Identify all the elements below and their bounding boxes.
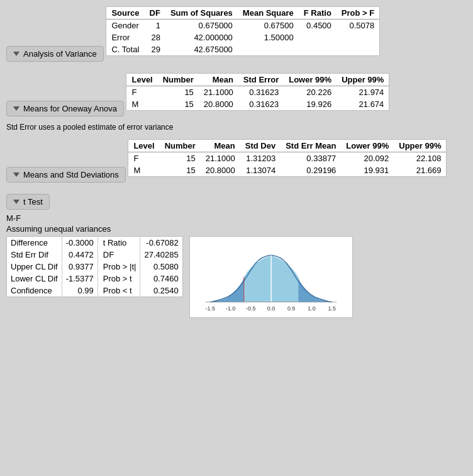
table-cell: 0.675000: [165, 20, 238, 32]
ttest-section: t Test M-F Assuming unequal variances Di…: [6, 194, 467, 318]
table-cell: 0.4500: [299, 20, 337, 32]
table-cell: 1.13074: [240, 164, 281, 176]
ttest-header[interactable]: t Test: [6, 194, 50, 210]
table-cell: Prob > t: [97, 273, 140, 285]
table-cell: Difference: [7, 237, 62, 249]
table-cell: 0.31623: [238, 86, 284, 99]
table-cell: DF: [97, 249, 140, 261]
table-row: M1520.80001.130740.2919619.93121.669: [128, 164, 446, 176]
col-stddev: Std Dev: [240, 140, 281, 152]
ttest-container: Difference-0.3000t Ratio-0.67082Std Err …: [6, 236, 467, 318]
table-cell: [238, 43, 299, 55]
table-cell: 21.674: [337, 98, 389, 110]
distribution-chart: -1.5 -1.0 -0.5 0.0 0.5 1.0 1.5: [189, 236, 353, 318]
means-oneway-section: Means for Oneway Anova Level Number Mean…: [6, 73, 467, 132]
table-cell: 1: [145, 20, 165, 32]
svg-text:-0.5: -0.5: [246, 305, 255, 312]
table-cell: 1.31203: [240, 152, 281, 165]
means-oneway-note: Std Error uses a pooled estimate of erro…: [6, 123, 467, 132]
table-cell: 21.1000: [201, 152, 240, 165]
table-cell: 21.974: [337, 86, 389, 99]
table-row: Std Err Dif0.4472DF27.40285: [7, 249, 182, 261]
means-std-header[interactable]: Means and Std Deviations: [6, 167, 126, 183]
table-cell: 20.226: [284, 86, 337, 99]
anova-col-prob: Prob > F: [337, 7, 379, 20]
anova-header[interactable]: Analysis of Variance: [6, 46, 104, 62]
table-row: Gender10.6750000.675000.45000.5078: [106, 20, 379, 32]
table-cell: 0.7460: [140, 273, 182, 285]
means-std-table: Level Number Mean Std Dev Std Err Mean L…: [128, 140, 446, 176]
table-row: F1521.10000.3162320.22621.974: [126, 86, 389, 99]
anova-col-ms: Mean Square: [238, 7, 299, 20]
anova-triangle-icon: [13, 52, 19, 56]
table-cell: F: [126, 86, 157, 99]
means-oneway-title: Means for Oneway Anova: [23, 104, 117, 113]
table-cell: 29: [145, 43, 165, 55]
svg-text:1.5: 1.5: [328, 305, 335, 312]
table-cell: 0.5078: [337, 20, 379, 32]
means-oneway-table-wrapper: Level Number Mean Std Error Lower 99% Up…: [126, 73, 389, 111]
svg-text:0.5: 0.5: [287, 305, 295, 312]
table-cell: 0.2540: [140, 285, 182, 297]
svg-text:0.0: 0.0: [267, 305, 274, 312]
means-oneway-table: Level Number Mean Std Error Lower 99% Up…: [126, 74, 389, 110]
table-cell: [299, 43, 337, 55]
table-cell: Upper CL Dif: [7, 261, 62, 273]
col-mean2: Mean: [201, 140, 240, 152]
table-cell: 15: [158, 86, 199, 99]
table-cell: 19.926: [284, 98, 337, 110]
col-level: Level: [126, 74, 157, 86]
table-cell: 28: [145, 31, 165, 43]
table-cell: 0.4472: [62, 249, 97, 261]
col-lower99: Lower 99%: [284, 74, 337, 86]
means-oneway-header[interactable]: Means for Oneway Anova: [6, 101, 124, 116]
col-lower99-2: Lower 99%: [341, 140, 394, 152]
anova-col-source: Source: [106, 7, 144, 20]
means-std-triangle-icon: [13, 173, 19, 177]
table-row: M1520.80000.3162319.92621.674: [126, 98, 389, 110]
table-cell: 0.67500: [238, 20, 299, 32]
table-cell: 19.931: [341, 164, 394, 176]
table-cell: Lower CL Dif: [7, 273, 62, 285]
col-upper99: Upper 99%: [337, 74, 389, 86]
col-upper99-2: Upper 99%: [394, 140, 446, 152]
col-mean: Mean: [199, 74, 238, 86]
anova-table: Source DF Sum of Squares Mean Square F R…: [106, 7, 379, 55]
col-number: Number: [158, 74, 199, 86]
table-cell: Prob > |t|: [97, 261, 140, 273]
table-cell: 22.108: [394, 152, 446, 165]
ttest-table-wrapper: Difference-0.3000t Ratio-0.67082Std Err …: [6, 236, 183, 297]
table-cell: 20.8000: [199, 98, 238, 110]
means-std-header-row: Level Number Mean Std Dev Std Err Mean L…: [128, 140, 446, 152]
table-cell: 27.40285: [140, 249, 182, 261]
means-std-title: Means and Std Deviations: [23, 170, 119, 179]
table-cell: 1.50000: [238, 31, 299, 43]
svg-text:-1.5: -1.5: [205, 305, 214, 312]
table-cell: M: [128, 164, 159, 176]
table-cell: 0.29196: [281, 164, 341, 176]
table-cell: Error: [106, 31, 144, 43]
table-cell: 0.31623: [238, 98, 284, 110]
table-cell: M: [126, 98, 157, 110]
table-cell: 0.33877: [281, 152, 341, 165]
anova-col-fratio: F Ratio: [299, 7, 337, 20]
table-cell: -0.67082: [140, 237, 182, 249]
distribution-svg: -1.5 -1.0 -0.5 0.0 0.5 1.0 1.5: [190, 236, 352, 318]
table-cell: [299, 31, 337, 43]
table-row: Error2842.0000001.50000: [106, 31, 379, 43]
table-cell: [337, 43, 379, 55]
table-cell: 15: [160, 152, 201, 165]
table-row: Difference-0.3000t Ratio-0.67082: [7, 237, 182, 249]
means-oneway-header-row: Level Number Mean Std Error Lower 99% Up…: [126, 74, 389, 86]
table-cell: 15: [158, 98, 199, 110]
means-oneway-triangle-icon: [13, 106, 19, 111]
table-cell: 20.092: [341, 152, 394, 165]
anova-title: Analysis of Variance: [23, 49, 97, 59]
table-row: Lower CL Dif-1.5377Prob > t0.7460: [7, 273, 182, 285]
table-cell: 21.1000: [199, 86, 238, 99]
table-row: Upper CL Dif0.9377Prob > |t|0.5080: [7, 261, 182, 273]
table-cell: [337, 31, 379, 43]
table-row: C. Total2942.675000: [106, 43, 379, 55]
col-number2: Number: [160, 140, 201, 152]
table-cell: 0.5080: [140, 261, 182, 273]
